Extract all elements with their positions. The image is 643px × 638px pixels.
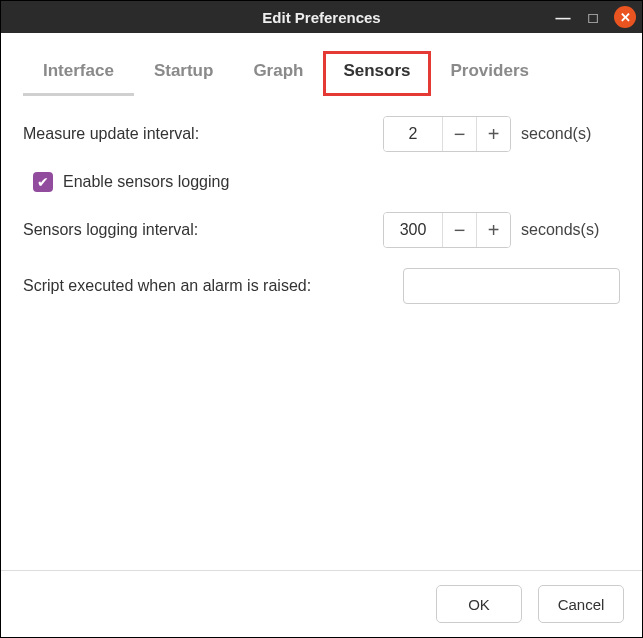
window-title: Edit Preferences (262, 9, 380, 26)
tab-sensors[interactable]: Sensors (323, 51, 430, 96)
logging-interval-unit: seconds(s) (521, 221, 599, 239)
sensors-tab-content: Measure update interval: − + second(s) ✔… (1, 96, 642, 570)
alarm-script-row: Script executed when an alarm is raised: (23, 268, 620, 304)
check-icon: ✔ (37, 174, 49, 190)
tab-graph[interactable]: Graph (233, 51, 323, 96)
enable-logging-checkbox[interactable]: ✔ (33, 172, 53, 192)
logging-interval-label: Sensors logging interval: (23, 221, 383, 239)
preferences-window: Edit Preferences — □ ✕ Interface Startup… (0, 0, 643, 638)
logging-interval-row: Sensors logging interval: − + seconds(s) (23, 212, 620, 248)
close-icon[interactable]: ✕ (614, 6, 636, 28)
dialog-footer: OK Cancel (1, 570, 642, 637)
alarm-script-input[interactable] (403, 268, 620, 304)
ok-button[interactable]: OK (436, 585, 522, 623)
minimize-icon[interactable]: — (554, 8, 572, 26)
enable-logging-row: ✔ Enable sensors logging (23, 172, 620, 192)
logging-interval-decrement[interactable]: − (442, 213, 476, 247)
measure-interval-unit: second(s) (521, 125, 591, 143)
logging-interval-input[interactable] (384, 213, 442, 247)
alarm-script-label: Script executed when an alarm is raised: (23, 277, 403, 295)
maximize-icon[interactable]: □ (584, 8, 602, 26)
measure-interval-label: Measure update interval: (23, 125, 383, 143)
measure-interval-decrement[interactable]: − (442, 117, 476, 151)
logging-interval-spinner: − + (383, 212, 511, 248)
titlebar: Edit Preferences — □ ✕ (1, 1, 642, 33)
tab-startup[interactable]: Startup (134, 51, 234, 96)
measure-interval-spinner: − + (383, 116, 511, 152)
enable-logging-label: Enable sensors logging (63, 173, 229, 191)
cancel-button[interactable]: Cancel (538, 585, 624, 623)
measure-interval-input[interactable] (384, 117, 442, 151)
tab-interface[interactable]: Interface (23, 51, 134, 96)
logging-interval-increment[interactable]: + (476, 213, 510, 247)
measure-interval-increment[interactable]: + (476, 117, 510, 151)
window-controls: — □ ✕ (554, 1, 636, 33)
tab-providers[interactable]: Providers (431, 51, 549, 96)
measure-interval-row: Measure update interval: − + second(s) (23, 116, 620, 152)
tab-bar: Interface Startup Graph Sensors Provider… (1, 33, 642, 96)
